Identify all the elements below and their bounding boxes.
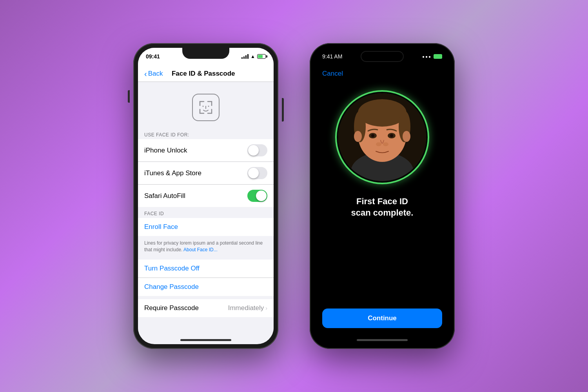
continue-button[interactable]: Continue <box>322 309 442 328</box>
change-passcode-item[interactable]: Change Passcode <box>138 278 274 296</box>
change-passcode-label: Change Passcode <box>144 283 199 291</box>
face-circle-inner <box>338 93 426 181</box>
home-indicator-left <box>180 339 231 341</box>
signal-bar-4 <box>247 54 249 59</box>
back-label: Back <box>148 70 163 78</box>
require-passcode-value: Immediately <box>228 304 264 312</box>
itunes-appstore-label: iTunes & App Store <box>144 169 201 177</box>
nav-bar-left: ‹ Back Face ID & Passcode <box>138 65 274 82</box>
toggle-knob-iphone-unlock <box>248 145 259 156</box>
signal-bar-3 <box>245 55 247 59</box>
use-face-id-header: USE FACE ID FOR: <box>138 129 274 139</box>
iphone-unlock-label: iPhone Unlock <box>144 147 187 154</box>
iphone-unlock-item[interactable]: iPhone Unlock <box>138 139 274 162</box>
status-time-left: 09:41 <box>146 53 160 60</box>
signal-bar-1 <box>241 57 243 59</box>
battery-fill-left <box>258 55 263 58</box>
bottom-spacer <box>138 318 274 334</box>
chevron-right-icon: › <box>265 305 267 311</box>
battery-icon-left <box>257 54 266 59</box>
back-button[interactable]: ‹ Back <box>144 70 163 78</box>
svg-point-12 <box>390 134 393 137</box>
face-id-icon-area <box>138 82 274 129</box>
signal-bars <box>241 54 249 59</box>
scan-title-line1: First Face ID <box>351 196 414 207</box>
settings-content: USE FACE ID FOR: iPhone Unlock iTunes & … <box>138 82 274 336</box>
enroll-face-group: Enroll Face <box>138 218 274 236</box>
face-id-manage-header: FACE ID <box>138 208 274 218</box>
signal-bar-2 <box>243 56 245 59</box>
status-icons-left: ▲ <box>241 54 266 59</box>
safari-autofill-item[interactable]: Safari AutoFill <box>138 185 274 207</box>
svg-point-7 <box>354 131 362 142</box>
face-scan-area: First Face ID scan complete. <box>314 82 450 309</box>
status-bar-left: 09:41 ▲ <box>138 48 274 65</box>
face-person-svg <box>338 93 426 181</box>
enroll-face-item[interactable]: Enroll Face <box>138 218 274 236</box>
toggle-knob-safari <box>256 191 267 201</box>
about-face-id-link[interactable]: About Face ID... <box>183 247 218 252</box>
svg-point-8 <box>403 131 410 142</box>
itunes-appstore-toggle[interactable] <box>247 167 267 179</box>
back-chevron-icon: ‹ <box>144 70 147 78</box>
dynamic-island <box>361 51 404 62</box>
safari-autofill-toggle[interactable] <box>247 190 267 202</box>
require-passcode-item[interactable]: Require Passcode Immediately › <box>138 299 274 317</box>
right-phone: 9:41 AM ●●● Cancel <box>310 43 455 349</box>
status-time-right: 9:41 AM <box>322 53 342 60</box>
face-id-svg <box>196 98 216 117</box>
enroll-face-label: Enroll Face <box>144 223 178 231</box>
scan-text: First Face ID scan complete. <box>351 196 414 218</box>
require-passcode-label: Require Passcode <box>144 304 199 312</box>
home-indicator-right <box>357 339 408 341</box>
status-bar-right: 9:41 AM ●●● <box>314 48 450 65</box>
itunes-appstore-item[interactable]: iTunes & App Store <box>138 162 274 185</box>
svg-point-13 <box>376 142 381 146</box>
turn-passcode-off-label: Turn Passcode Off <box>144 265 200 272</box>
toggle-knob-itunes <box>248 168 259 178</box>
safari-autofill-label: Safari AutoFill <box>144 192 185 200</box>
turn-passcode-off-item[interactable]: Turn Passcode Off <box>138 260 274 278</box>
notch <box>182 48 229 59</box>
face-circle-container <box>335 90 429 184</box>
left-phone: 09:41 ▲ ‹ Back Face ID & Passcode <box>133 43 278 349</box>
nav-title: Face ID & Passcode <box>163 70 244 78</box>
continue-btn-area: Continue <box>314 309 450 336</box>
require-passcode-group: Require Passcode Immediately › <box>138 299 274 317</box>
continue-button-label: Continue <box>368 314 397 322</box>
svg-point-14 <box>383 142 388 146</box>
scan-title-line2: scan complete. <box>351 207 414 219</box>
face-id-toggles-group: iPhone Unlock iTunes & App Store Safari … <box>138 139 274 207</box>
status-icons-right: ●●● <box>422 54 442 59</box>
cancel-row: Cancel <box>314 65 450 82</box>
privacy-text: Lines for privacy lorem ipsum and a pote… <box>138 237 274 256</box>
wifi-icon: ▲ <box>250 54 255 59</box>
face-id-icon <box>192 94 220 121</box>
cancel-button[interactable]: Cancel <box>322 70 343 78</box>
passcode-group: Turn Passcode Off Change Passcode <box>138 260 274 296</box>
signal-dots-right: ●●● <box>422 54 432 59</box>
iphone-unlock-toggle[interactable] <box>247 144 267 156</box>
battery-green-right <box>434 54 442 59</box>
require-passcode-value-container: Immediately › <box>228 304 267 312</box>
svg-point-11 <box>371 134 374 137</box>
